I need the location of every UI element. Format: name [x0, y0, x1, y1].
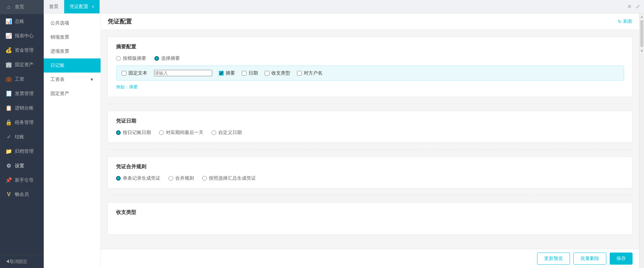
select-merge-radio[interactable] — [202, 176, 207, 181]
by-journal-date-radio[interactable] — [116, 130, 121, 135]
chevron-down-icon: ▼ — [90, 77, 94, 82]
sidebar-item-purchase-sales[interactable]: 📋 进销台账 — [0, 101, 44, 115]
sidebar-item-guide[interactable]: 📌 新手引导 — [0, 173, 44, 187]
income-type-checkbox[interactable] — [265, 71, 269, 76]
batch-delete-button[interactable]: 批量删除 — [573, 253, 606, 265]
sidebar-item-label: 首页 — [15, 4, 24, 10]
date-checkbox-label[interactable]: 日期 — [242, 70, 258, 76]
tab-voucher-config[interactable]: 凭证配置 × — [64, 0, 100, 13]
custom-date-option[interactable]: 自定义日期 — [212, 130, 242, 136]
last-day-label: 对应期间最后一天 — [166, 130, 203, 136]
left-nav-payroll[interactable]: 工资表 ▼ — [44, 73, 101, 87]
left-nav-public[interactable]: 公共选项 — [44, 16, 101, 30]
summary-cb-label: 摘要 — [226, 70, 235, 76]
close-window-icon[interactable]: ✕ — [627, 3, 632, 10]
fixed-text-checkbox-label[interactable]: 固定文本 — [122, 70, 147, 76]
sidebar-item-fixed-assets[interactable]: 🏢 固定资产 — [0, 57, 44, 72]
page-title: 凭证配置 — [108, 17, 132, 26]
left-nav-fixed-asset[interactable]: 固定资产 — [44, 87, 101, 101]
income-type-title: 收支类型 — [116, 209, 624, 216]
left-nav-journal[interactable]: 日记账 — [44, 58, 101, 73]
income-type-checkbox-label[interactable]: 收支类型 — [265, 70, 290, 76]
select-summary-option[interactable]: 选择摘要 — [154, 55, 180, 61]
fixed-text-checkbox[interactable] — [122, 71, 126, 76]
counterpart-checkbox-label[interactable]: 对方户名 — [297, 70, 323, 76]
merge-rule-title: 凭证合并规则 — [116, 164, 624, 170]
sidebar-item-salary[interactable]: 💼 工资 — [0, 72, 44, 86]
select-summary-radio[interactable] — [154, 56, 159, 61]
fixed-text-input[interactable] — [154, 70, 212, 76]
sidebar-item-label: 工资 — [15, 76, 24, 82]
money-icon: 💰 — [5, 47, 12, 53]
tab-close-icon[interactable]: × — [92, 4, 94, 9]
summary-checkbox[interactable] — [219, 71, 224, 76]
select-summary-label: 选择摘要 — [161, 55, 180, 61]
date-label: 日期 — [249, 70, 258, 76]
template-summary-option[interactable]: 按模版摘要 — [116, 55, 146, 61]
sidebar-item-archive[interactable]: 📁 归档管理 — [0, 144, 44, 159]
template-summary-radio[interactable] — [116, 56, 121, 61]
sidebar-item-member[interactable]: V 畅会员 — [0, 187, 44, 202]
scrollbar-thumb[interactable] — [640, 20, 643, 47]
select-merge-option[interactable]: 按照选择汇总生成凭证 — [202, 175, 256, 181]
footer-bar: 更新预览 批量删除 保存 — [101, 249, 639, 268]
counterpart-label: 对方户名 — [304, 70, 323, 76]
home-icon: ⌂ — [5, 4, 12, 10]
right-scrollbar[interactable]: ▲ ▼ — [639, 13, 644, 268]
left-nav-public-label: 公共选项 — [50, 20, 69, 26]
single-record-radio[interactable] — [116, 176, 121, 181]
by-journal-date-option[interactable]: 按日记账日期 — [116, 130, 151, 136]
tab-home-label: 首页 — [49, 4, 59, 10]
summary-section: 摘要配置 按模版摘要 选择摘要 — [108, 37, 633, 97]
pin-toggle-label: ◀取消固定 — [5, 259, 27, 265]
maximize-window-icon[interactable]: ⤢ — [636, 3, 640, 10]
sidebar-item-reports[interactable]: 📈 报表中心 — [0, 29, 44, 43]
refresh-button[interactable]: ↻ 刷新 — [618, 18, 633, 25]
update-preview-button[interactable]: 更新预览 — [537, 253, 570, 265]
last-day-option[interactable]: 对应期间最后一天 — [159, 130, 203, 136]
sidebar-item-general-ledger[interactable]: 📊 总账 — [0, 14, 44, 29]
member-icon: V — [5, 191, 12, 197]
counterpart-checkbox[interactable] — [297, 71, 302, 76]
left-nav-purchase-invoice[interactable]: 进项发票 — [44, 44, 101, 58]
divider-1 — [108, 104, 633, 104]
content-scroll[interactable]: 摘要配置 按模版摘要 选择摘要 — [101, 30, 639, 249]
date-checkbox[interactable] — [242, 71, 247, 76]
gear-icon: ⚙ — [5, 163, 12, 169]
sidebar-item-label: 资金管理 — [15, 47, 34, 53]
single-record-option[interactable]: 单条记录生成凭证 — [116, 175, 160, 181]
sidebar-item-settings[interactable]: ⚙ 设置 — [0, 159, 44, 173]
window-controls: ✕ ⤢ — [627, 3, 644, 10]
content-area: 凭证配置 ↻ 刷新 摘要配置 按模版摘要 — [101, 13, 639, 268]
sidebar-item-capital[interactable]: 💰 资金管理 — [0, 43, 44, 57]
scroll-down-arrow[interactable]: ▼ — [640, 48, 644, 54]
scroll-up-arrow[interactable]: ▲ — [640, 13, 644, 19]
sidebar-item-label: 归档管理 — [15, 148, 34, 154]
summary-checkbox-label[interactable]: 摘要 — [219, 70, 235, 76]
refresh-icon: ↻ — [618, 19, 622, 24]
sidebar-pin-toggle[interactable]: ◀取消固定 — [0, 255, 44, 268]
divider-2 — [108, 149, 633, 150]
single-record-label: 单条记录生成凭证 — [123, 175, 160, 181]
left-nav-payroll-label: 工资表 — [50, 77, 65, 83]
last-day-radio[interactable] — [159, 130, 164, 135]
merge-rule-option[interactable]: 合并规则 — [168, 175, 194, 181]
sidebar-item-invoice-mgmt[interactable]: 🧾 发票管理 — [0, 86, 44, 101]
merge-rule-radio-group: 单条记录生成凭证 合并规则 按照选择汇总生成凭证 — [116, 175, 624, 181]
sidebar-item-settlement[interactable]: ✓ 结账 — [0, 130, 44, 144]
merge-rule-radio[interactable] — [168, 176, 173, 181]
report-icon: 📈 — [5, 33, 12, 39]
tab-voucher-config-label: 凭证配置 — [70, 4, 88, 10]
page-header: 凭证配置 ↻ 刷新 — [101, 13, 639, 30]
save-button[interactable]: 保存 — [610, 253, 633, 265]
sidebar-item-tax[interactable]: 🔒 税务管理 — [0, 115, 44, 130]
merge-rule-section: 凭证合并规则 单条记录生成凭证 合并规则 按照选择汇总生成凭证 — [108, 157, 633, 188]
tab-home[interactable]: 首页 — [44, 0, 64, 13]
custom-date-radio[interactable] — [212, 130, 216, 135]
sidebar-item-home[interactable]: ⌂ 首页 — [0, 0, 44, 14]
left-nav-journal-label: 日记账 — [50, 62, 65, 69]
refresh-label: 刷新 — [623, 18, 633, 25]
summary-example: 例如：摘要 — [116, 84, 624, 90]
income-type-label: 收支类型 — [271, 70, 290, 76]
left-nav-sales-invoice[interactable]: 销项发票 — [44, 30, 101, 44]
